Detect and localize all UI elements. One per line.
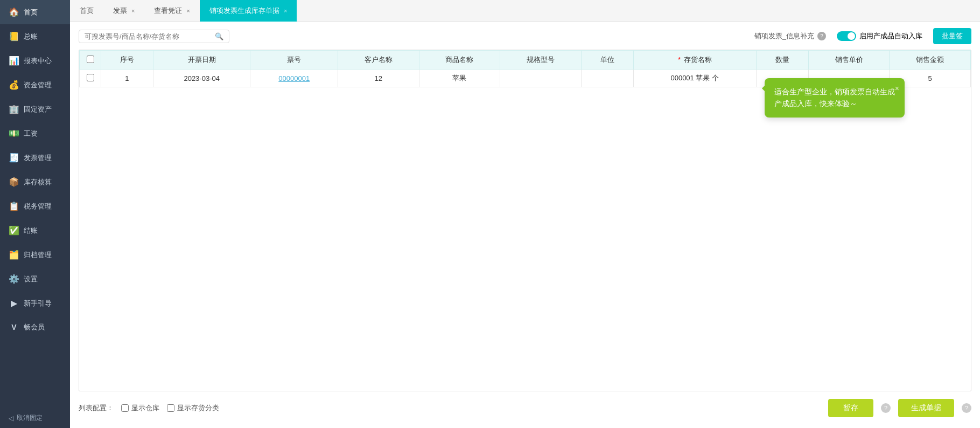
row-customer: 12 [338,70,419,87]
main-panel: 首页 发票 × 查看凭证 × 销项发票生成库存单据 × 🔍 销项发票_信息补充 [70,0,980,428]
col-unit-price: 销售单价 [808,51,890,70]
search-box[interactable]: 🔍 [79,30,229,43]
ledger-icon: 📒 [9,31,19,42]
search-input[interactable] [85,32,213,40]
sidebar-item-home[interactable]: 🏠 首页 [0,0,70,24]
sidebar: 🏠 首页 📒 总账 📊 报表中心 💰 资金管理 🏢 固定资产 💵 工资 🧾 发票… [0,0,70,428]
generate-button[interactable]: 生成单据 [898,399,954,417]
batch-button[interactable]: 批量签 [933,28,971,44]
show-warehouse-checkbox[interactable] [121,404,129,412]
row-seq: 1 [101,70,153,87]
close-main-tab[interactable]: × [284,0,287,22]
sidebar-pin-toggle[interactable]: ◁ 取消固定 [0,408,70,428]
tooltip-bubble: × 适合生产型企业，销项发票自动生成产成品入库，快来体验～ [765,78,905,118]
col-product: 商品名称 [419,51,500,70]
row-checkbox-cell[interactable] [80,70,101,87]
sidebar-item-inventory[interactable]: 📦 库存核算 [0,170,70,194]
auto-warehouse-toggle[interactable] [837,31,856,41]
funds-icon: 💰 [9,80,19,90]
inventory-icon: 📦 [9,177,19,187]
save-button[interactable]: 暂存 [828,399,873,417]
sidebar-item-member[interactable]: V 畅会员 [0,315,70,339]
tax-icon: 📋 [9,201,19,211]
sidebar-item-reports[interactable]: 📊 报表中心 [0,49,70,73]
close-voucher-tab[interactable]: × [186,0,190,22]
col-seq: 序号 [101,51,153,70]
sidebar-item-invoice[interactable]: 🧾 发票管理 [0,146,70,170]
assets-icon: 🏢 [9,104,19,114]
row-product: 苹果 [419,70,500,87]
row-checkbox[interactable] [87,74,94,81]
tab-invoice[interactable]: 发票 × [103,0,144,22]
col-customer: 客户名称 [338,51,419,70]
toggle-switch: 启用产成品自动入库 [837,31,922,41]
info-help-icon[interactable]: ? [817,32,826,40]
pin-icon: ◁ [9,415,13,422]
select-all-checkbox[interactable] [87,56,94,63]
row-inventory: 000001 苹果 个 [633,70,756,87]
checkout-icon: ✅ [9,225,19,236]
sidebar-item-settings[interactable]: ⚙️ 设置 [0,267,70,291]
close-invoice-tab[interactable]: × [131,0,135,22]
invoice-icon: 🧾 [9,153,19,163]
table-header-row: 序号 开票日期 票号 客户名称 商品名称 规格型号 单位 * 存货名称 数量 销… [80,51,971,70]
list-config: 列表配置： 显示仓库 显示存货分类 [79,403,219,413]
col-checkbox [80,51,101,70]
col-inventory: * 存货名称 [633,51,756,70]
settings-icon: ⚙️ [9,274,19,284]
tab-bar: 首页 发票 × 查看凭证 × 销项发票生成库存单据 × [70,0,980,22]
tab-voucher[interactable]: 查看凭证 × [144,0,199,22]
col-unit: 单位 [581,51,633,70]
row-date: 2023-03-04 [153,70,250,87]
toolbar-top: 🔍 销项发票_信息补充 ? 启用产成品自动入库 批量签 [79,28,971,44]
col-spec: 规格型号 [500,51,582,70]
sidebar-item-checkout[interactable]: ✅ 结账 [0,218,70,243]
sidebar-item-archive[interactable]: 🗂️ 归档管理 [0,243,70,267]
archive-icon: 🗂️ [9,250,19,260]
tab-main[interactable]: 销项发票生成库存单据 × [200,0,297,22]
generate-help-icon[interactable]: ? [962,403,971,413]
sidebar-item-assets[interactable]: 🏢 固定资产 [0,97,70,121]
row-unit [581,70,633,87]
guide-icon: ▶ [9,298,19,308]
required-star: * [678,56,681,64]
col-date: 开票日期 [153,51,250,70]
show-category-checkbox[interactable] [167,404,174,412]
col-ticket: 票号 [250,51,338,70]
bottom-toolbar: 列表配置： 显示仓库 显示存货分类 暂存 ? 生成单据 ? [79,391,971,422]
sidebar-item-ledger[interactable]: 📒 总账 [0,24,70,49]
bottom-actions: 暂存 ? 生成单据 ? [828,399,971,417]
col-quantity: 数量 [756,51,808,70]
home-icon: 🏠 [9,7,19,17]
row-ticket[interactable]: 00000001 [250,70,338,87]
sidebar-item-guide[interactable]: ▶ 新手引导 [0,291,70,315]
info-label: 销项发票_信息补充 ? [754,31,826,41]
salary-icon: 💵 [9,128,19,139]
sidebar-item-salary[interactable]: 💵 工资 [0,121,70,146]
content-area: 🔍 销项发票_信息补充 ? 启用产成品自动入库 批量签 [70,22,980,428]
row-spec [500,70,582,87]
sidebar-item-tax[interactable]: 📋 税务管理 [0,194,70,218]
toolbar-right: 销项发票_信息补充 ? 启用产成品自动入库 批量签 [754,28,971,44]
tab-home[interactable]: 首页 [70,0,103,22]
save-help-icon[interactable]: ? [881,403,891,413]
search-icon: 🔍 [215,32,223,40]
show-category-label[interactable]: 显示存货分类 [167,403,219,413]
sidebar-item-funds[interactable]: 💰 资金管理 [0,73,70,97]
show-warehouse-label[interactable]: 显示仓库 [121,403,159,413]
member-icon: V [9,323,19,332]
col-amount: 销售金额 [890,51,971,70]
reports-icon: 📊 [9,56,19,66]
tooltip-close-button[interactable]: × [895,82,899,94]
